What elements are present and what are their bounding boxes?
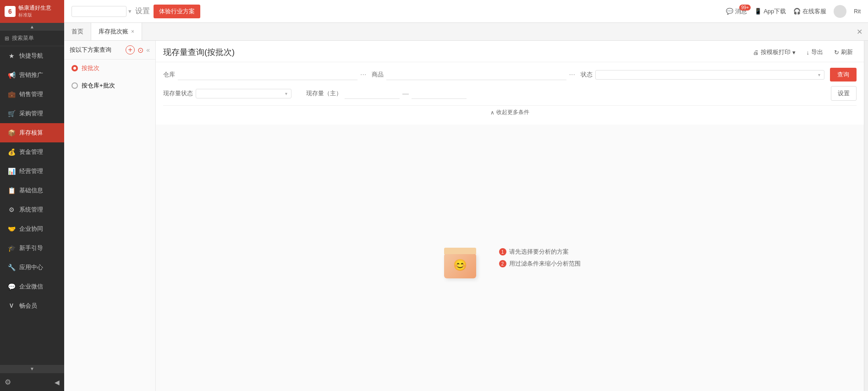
messages-badge: 99+ xyxy=(739,5,751,11)
plan-warehouse-batch-label: 按仓库+批次 xyxy=(82,81,115,90)
sidebar-item-marketing[interactable]: 📢 营销推广 xyxy=(0,65,64,85)
system-icon: ⚙ xyxy=(7,206,16,214)
system-label: 系统管理 xyxy=(19,206,43,214)
plan-inactive-dot xyxy=(71,82,78,89)
sidebar-item-inventory[interactable]: 📦 库存核算 xyxy=(0,123,64,142)
sidebar-footer: ⚙ ◀ xyxy=(0,373,64,391)
collapse-more-button[interactable]: ∧ 收起更多条件 xyxy=(163,105,857,119)
headset-icon: 🎧 xyxy=(793,8,801,15)
sidebar-item-system[interactable]: ⚙ 系统管理 xyxy=(0,200,64,219)
product-more-icon[interactable]: ··· xyxy=(569,71,575,79)
add-plan-button[interactable]: + xyxy=(126,45,135,54)
basic-info-label: 基础信息 xyxy=(19,186,43,195)
app-info: 畅康通好生意 标准版 xyxy=(18,5,51,18)
sidebar-item-apps[interactable]: 🔧 应用中心 xyxy=(0,258,64,277)
marketing-label: 营销推广 xyxy=(19,71,43,79)
filter-row-2: 现存量状态 ▾ 现存量（主） — 设置 xyxy=(163,86,857,101)
app-name: 畅康通好生意 xyxy=(18,5,51,12)
query-button[interactable]: 查询 xyxy=(830,68,857,81)
warehouse-input[interactable] xyxy=(178,69,357,80)
scroll-up[interactable]: ▲ xyxy=(0,23,64,31)
sidebar-item-basic-info[interactable]: 📋 基础信息 xyxy=(0,181,64,200)
topbar-search-input[interactable] xyxy=(71,6,126,17)
plan-item-warehouse-batch[interactable]: 按仓库+批次 xyxy=(64,77,155,94)
member-label: 畅会员 xyxy=(19,302,37,310)
tab-inventory-batch[interactable]: 库存批次账 × xyxy=(91,23,142,40)
app-download-button[interactable]: 📱 App下载 xyxy=(754,7,786,16)
plan-item-batch[interactable]: 按批次 xyxy=(64,60,155,77)
sidebar-item-purchase[interactable]: 🛒 采购管理 xyxy=(0,104,64,123)
sidebar-item-newbie[interactable]: 🎓 新手引导 xyxy=(0,239,64,258)
purchase-icon: 🛒 xyxy=(7,109,16,118)
sidebar-item-quick-nav[interactable]: ★ 快捷导航 xyxy=(0,46,64,65)
wechat-label: 企业微信 xyxy=(19,282,43,291)
industry-solution-button[interactable]: 体验行业方案 xyxy=(154,5,200,18)
content-area: 按以下方案查询 + ⊙ « 按批次 按仓库+批次 xyxy=(64,41,868,391)
sales-label: 销售管理 xyxy=(19,90,43,98)
app-version: 标准版 xyxy=(18,12,51,18)
inventory-status-label: 现存量状态 xyxy=(163,89,193,98)
wechat-icon: 💬 xyxy=(7,282,16,291)
sidebar-item-sales[interactable]: 💼 销售管理 xyxy=(0,85,64,104)
messages-button[interactable]: 💬 消息 99+ xyxy=(726,7,747,16)
topbar-gear-icon[interactable]: 设置 xyxy=(135,6,150,16)
sidebar-item-wechat[interactable]: 💬 企业微信 xyxy=(0,277,64,296)
print-button[interactable]: 🖨 按模板打印 ▾ xyxy=(749,46,799,58)
topbar: ▾ 设置 体验行业方案 💬 消息 99+ 📱 App下载 🎧 在线客服 Rit xyxy=(64,0,868,23)
plan-batch-label: 按批次 xyxy=(82,64,99,72)
box-face: 😊 xyxy=(453,259,467,272)
sidebar: 6 畅康通好生意 标准版 ▲ ⊞ 搜索菜单 ★ 快捷导航 📢 营销推广 💼 销售… xyxy=(0,0,64,391)
sidebar-search-area: ⊞ 搜索菜单 xyxy=(0,31,64,46)
sidebar-collapse-icon[interactable]: ◀ xyxy=(55,379,60,386)
plan-active-dot xyxy=(71,65,78,71)
collapse-label: 收起更多条件 xyxy=(496,109,529,116)
inventory-icon: 📦 xyxy=(7,129,16,137)
warehouse-filter-group: 仓库 ··· xyxy=(163,69,366,80)
sidebar-item-finance[interactable]: 💰 资金管理 xyxy=(0,142,64,162)
collapse-panel-icon[interactable]: « xyxy=(146,46,150,54)
quantity-min-input[interactable] xyxy=(345,88,400,99)
quantity-max-input[interactable] xyxy=(412,88,467,99)
operations-icon: 📊 xyxy=(7,167,16,175)
close-panel-icon[interactable]: ✕ xyxy=(851,27,868,36)
online-service-button[interactable]: 🎧 在线客服 xyxy=(793,7,826,16)
warehouse-more-icon[interactable]: ··· xyxy=(360,71,366,79)
box-lid xyxy=(444,248,476,254)
empty-tip-2: 2 用过滤条件来缩小分析范围 xyxy=(499,260,581,268)
export-label: 导出 xyxy=(811,48,823,56)
status-select[interactable]: ▾ xyxy=(595,70,824,80)
plan-settings-icon[interactable]: ⊙ xyxy=(137,46,143,54)
sidebar-item-enterprise[interactable]: 🤝 企业协同 xyxy=(0,219,64,239)
print-dropdown-icon: ▾ xyxy=(792,49,796,56)
enterprise-icon: 🤝 xyxy=(7,225,16,233)
sidebar-item-member[interactable]: V 畅会员 xyxy=(0,296,64,315)
sidebar-header: 6 畅康通好生意 标准版 xyxy=(0,0,64,23)
marketing-icon: 📢 xyxy=(7,71,16,79)
tab-home[interactable]: 首页 xyxy=(64,23,91,40)
empty-state: 😊 1 请先选择要分析的方案 2 用过滤条件来缩小分析范围 xyxy=(156,125,864,391)
right-edge-tab[interactable] xyxy=(864,41,868,391)
export-button[interactable]: ↓ 导出 xyxy=(803,46,827,58)
user-avatar[interactable] xyxy=(834,5,846,18)
search-menu-item[interactable]: ⊞ 搜索菜单 xyxy=(5,34,60,42)
topbar-dropdown-icon[interactable]: ▾ xyxy=(128,8,132,15)
app-logo: 6 xyxy=(5,6,16,17)
sidebar-settings-icon[interactable]: ⚙ xyxy=(5,378,11,386)
sidebar-item-operations[interactable]: 📊 经营管理 xyxy=(0,162,64,181)
finance-label: 资金管理 xyxy=(19,148,43,156)
settings-button[interactable]: 设置 xyxy=(831,86,857,101)
scroll-down[interactable]: ▼ xyxy=(0,365,64,373)
inventory-status-select[interactable]: ▾ xyxy=(196,89,291,98)
inventory-label: 库存核算 xyxy=(19,129,43,137)
product-label: 商品 xyxy=(372,71,384,79)
main-area: ▾ 设置 体验行业方案 💬 消息 99+ 📱 App下载 🎧 在线客服 Rit xyxy=(64,0,868,391)
purchase-label: 采购管理 xyxy=(19,109,43,118)
quick-nav-label: 快捷导航 xyxy=(19,52,43,60)
topbar-search-area: ▾ xyxy=(71,6,132,17)
tip-num-2: 2 xyxy=(499,260,506,267)
tab-inventory-batch-label: 库存批次账 xyxy=(99,27,128,36)
refresh-button[interactable]: ↻ 刷新 xyxy=(830,46,857,58)
product-input[interactable] xyxy=(386,69,566,80)
tab-close-icon[interactable]: × xyxy=(131,28,134,35)
status-select-arrow: ▾ xyxy=(818,72,820,77)
